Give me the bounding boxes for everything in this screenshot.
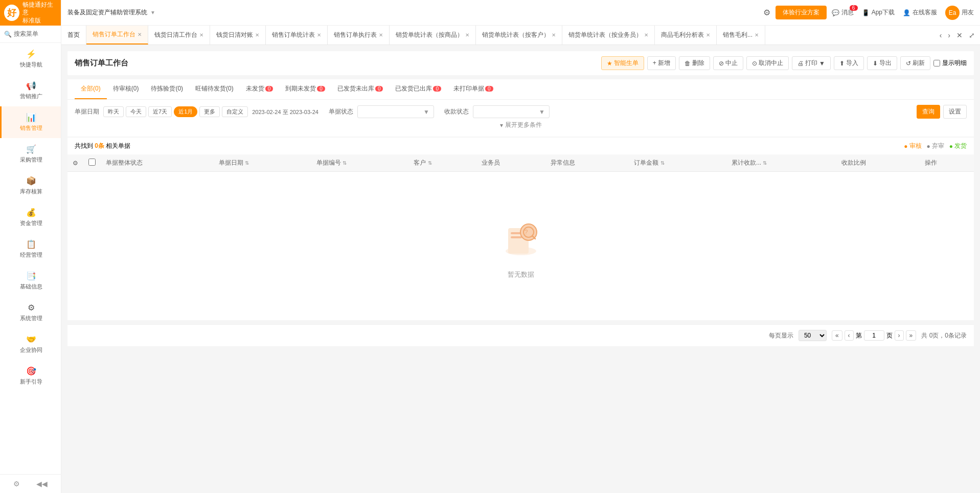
user-menu[interactable]: Ea 用友 bbox=[945, 6, 974, 20]
sort-collected-icon[interactable]: ⇅ bbox=[763, 160, 767, 166]
add-button[interactable]: + 新增 bbox=[647, 56, 676, 70]
filter-tab-wangpu[interactable]: 旺铺待发货(0) bbox=[189, 79, 240, 99]
filter-tab-shipped-out[interactable]: 已发货已出库0 bbox=[389, 79, 447, 99]
delete-button[interactable]: 🗑 删除 bbox=[679, 56, 710, 70]
th-collected[interactable]: 累计收款... ⇅ bbox=[726, 154, 836, 172]
topbar-settings-icon[interactable]: ⚙ bbox=[763, 8, 770, 17]
tab-sales-exec[interactable]: 销售订单执行表 ✕ bbox=[328, 26, 390, 44]
filter-tab-shipped-not-out[interactable]: 已发货未出库0 bbox=[331, 79, 390, 99]
tab-close-all-icon[interactable]: ✕ bbox=[954, 30, 965, 40]
export-button[interactable]: ⬇ 导出 bbox=[867, 56, 897, 70]
th-number[interactable]: 单据编号 ⇅ bbox=[311, 154, 409, 172]
date-btn-7days[interactable]: 近7天 bbox=[148, 106, 172, 117]
tab-sales-workbench[interactable]: 销售订单工作台 ✕ bbox=[86, 26, 148, 44]
sidebar-item-inventory[interactable]: 📦 库存核算 bbox=[0, 170, 61, 201]
sidebar-search[interactable]: 🔍 搜索菜单 bbox=[0, 26, 61, 43]
status-placeholder bbox=[362, 107, 368, 116]
solution-button[interactable]: 体验行业方案 bbox=[776, 6, 827, 19]
tab-close-icon[interactable]: ✕ bbox=[199, 32, 203, 38]
page-prev-button[interactable]: ‹ bbox=[845, 330, 854, 341]
sidebar-item-guide[interactable]: 🎯 新手引导 bbox=[0, 360, 61, 392]
collapse-icon[interactable]: ◀◀ bbox=[36, 480, 48, 488]
tab-close-icon[interactable]: ✕ bbox=[755, 32, 759, 38]
tab-close-icon[interactable]: ✕ bbox=[138, 32, 142, 37]
sidebar-item-purchase[interactable]: 🛒 采购管理 bbox=[0, 138, 61, 170]
tab-cash-daily[interactable]: 钱货日清工作台 ✕ bbox=[148, 26, 210, 44]
date-btn-custom[interactable]: 自定义 bbox=[222, 106, 248, 117]
smart-create-button[interactable]: ★ 智能生单 bbox=[601, 56, 644, 70]
sidebar-item-enterprise[interactable]: 🤝 企业协同 bbox=[0, 328, 61, 360]
tab-close-icon[interactable]: ✕ bbox=[552, 32, 556, 38]
sort-amount-icon[interactable]: ⇅ bbox=[660, 160, 665, 166]
cancel-stop-button[interactable]: ⊙ 取消中止 bbox=[746, 56, 789, 70]
cancel-action[interactable]: ● 弃审 bbox=[927, 142, 944, 150]
th-check[interactable] bbox=[83, 154, 101, 172]
stop-button[interactable]: ⊘ 中止 bbox=[713, 56, 743, 70]
date-btn-more[interactable]: 更多 bbox=[199, 106, 220, 117]
settings-query-button[interactable]: 设置 bbox=[943, 105, 967, 119]
refresh-button[interactable]: ↺ 刷新 bbox=[900, 56, 930, 70]
date-btn-1month[interactable]: 近1月 bbox=[174, 106, 197, 117]
tab-goods-stats-customer[interactable]: 销货单统计表（按客户） ✕ bbox=[476, 26, 562, 44]
tab-close-icon[interactable]: ✕ bbox=[317, 32, 321, 38]
sidebar-item-operations[interactable]: 📋 经营管理 bbox=[0, 233, 61, 265]
query-button[interactable]: 查询 bbox=[917, 105, 940, 119]
logo-text: 畅捷通好生意 标准版 bbox=[22, 1, 57, 25]
page-last-button[interactable]: » bbox=[906, 330, 917, 341]
th-date[interactable]: 单据日期 ⇅ bbox=[214, 154, 311, 172]
page-first-button[interactable]: « bbox=[832, 330, 842, 341]
sidebar-item-quick-nav[interactable]: ⚡ 快捷导航 bbox=[0, 43, 61, 75]
tab-close-icon[interactable]: ✕ bbox=[465, 32, 469, 38]
app-download-button[interactable]: 📱 App下载 bbox=[862, 8, 895, 17]
tab-next-icon[interactable]: › bbox=[946, 30, 952, 40]
audit-action[interactable]: ● 审核 bbox=[904, 142, 921, 150]
tab-goods-stats-product[interactable]: 销货单统计表（按商品） ✕ bbox=[390, 26, 476, 44]
show-detail-checkbox[interactable]: 显示明细 bbox=[933, 59, 967, 68]
per-page-select[interactable]: 10 20 50 100 bbox=[799, 330, 827, 341]
sort-date-icon[interactable]: ⇅ bbox=[245, 160, 249, 166]
settings-bottom-icon[interactable]: ⚙ bbox=[13, 480, 20, 488]
sidebar-item-system[interactable]: ⚙ 系统管理 bbox=[0, 297, 61, 328]
tab-goods-stats-staff[interactable]: 销货单统计表（按业务员） ✕ bbox=[562, 26, 655, 44]
tab-home[interactable]: 首页 bbox=[61, 26, 86, 44]
tab-close-icon[interactable]: ✕ bbox=[706, 32, 710, 38]
import-button[interactable]: ⬆ 导入 bbox=[834, 56, 864, 70]
tab-prev-icon[interactable]: ‹ bbox=[938, 30, 944, 40]
filter-tab-pending-review[interactable]: 待审核(0) bbox=[107, 79, 145, 99]
date-btn-today[interactable]: 今天 bbox=[126, 106, 146, 117]
filter-tab-not-shipped[interactable]: 未发货0 bbox=[240, 79, 280, 99]
tab-sales-stats[interactable]: 销售订单统计表 ✕ bbox=[266, 26, 328, 44]
expand-conditions-button[interactable]: ▾ 展开更多条件 bbox=[75, 119, 967, 131]
tab-fullscreen-icon[interactable]: ⤢ bbox=[967, 30, 977, 40]
ship-action[interactable]: ● 发货 bbox=[949, 142, 967, 150]
sidebar-item-marketing[interactable]: 📢 营销推广 bbox=[0, 75, 61, 106]
sort-number-icon[interactable]: ⇅ bbox=[343, 160, 347, 166]
th-customer[interactable]: 客户 ⇅ bbox=[408, 154, 476, 172]
th-settings[interactable]: ⚙ bbox=[67, 154, 83, 172]
tab-close-icon[interactable]: ✕ bbox=[379, 32, 383, 38]
page-number-input[interactable] bbox=[864, 330, 884, 341]
th-amount[interactable]: 订单金额 ⇅ bbox=[629, 154, 726, 172]
tab-sales-more[interactable]: 销售毛利... ✕ bbox=[717, 26, 765, 44]
payment-select[interactable]: ▼ bbox=[473, 105, 550, 118]
tab-cash-reconcile[interactable]: 钱货日清对账 ✕ bbox=[210, 26, 266, 44]
message-button[interactable]: 💬 消息 6 bbox=[832, 8, 854, 17]
filter-tab-not-printed[interactable]: 未打印单据0 bbox=[447, 79, 499, 99]
sidebar-item-sales[interactable]: 📊 销售管理 bbox=[0, 106, 61, 138]
show-detail-input[interactable] bbox=[933, 60, 940, 66]
select-all-checkbox[interactable] bbox=[88, 159, 96, 166]
page-next-button[interactable]: › bbox=[895, 330, 904, 341]
sidebar-item-finance[interactable]: 💰 资金管理 bbox=[0, 201, 61, 233]
tab-close-icon[interactable]: ✕ bbox=[644, 32, 648, 38]
tab-close-icon[interactable]: ✕ bbox=[255, 32, 259, 38]
sort-customer-icon[interactable]: ⇅ bbox=[428, 160, 432, 166]
online-service-button[interactable]: 👤 在线客服 bbox=[903, 8, 937, 17]
sidebar-item-basic-info[interactable]: 📑 基础信息 bbox=[0, 265, 61, 297]
status-select[interactable]: ▼ bbox=[357, 105, 434, 118]
filter-tab-overdue[interactable]: 到期未发货0 bbox=[279, 79, 331, 99]
tab-product-margin[interactable]: 商品毛利分析表 ✕ bbox=[655, 26, 717, 44]
print-button[interactable]: 🖨 打印 ▼ bbox=[792, 56, 831, 70]
filter-tab-pending-check[interactable]: 待拣验货(0) bbox=[145, 79, 189, 99]
date-btn-yesterday[interactable]: 昨天 bbox=[103, 106, 124, 117]
filter-tab-all[interactable]: 全部(0) bbox=[75, 79, 107, 99]
